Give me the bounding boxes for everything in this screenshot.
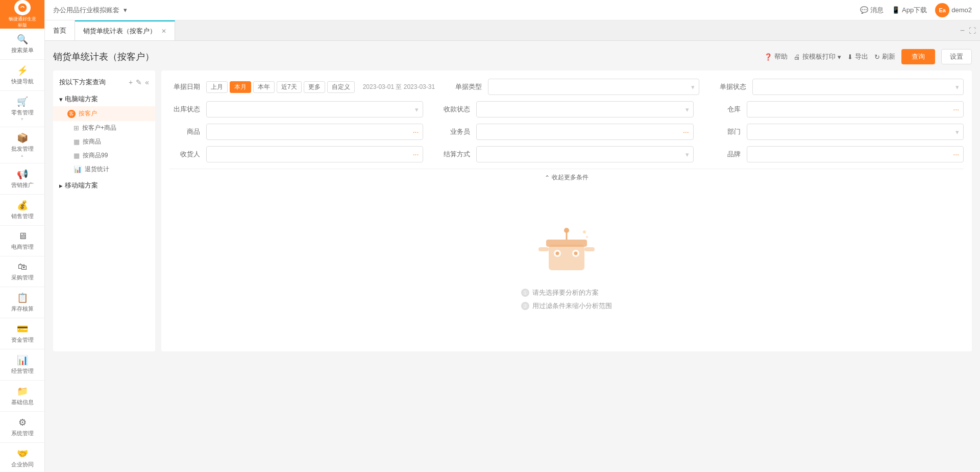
help-icon: ❓: [764, 53, 772, 61]
filter-row-1: 单据日期 上月 本月 本年 近7天 更多 自定义 2023-03-01 至 20…: [169, 79, 964, 95]
empty-tip-1: ① 请先选择要分析的方案: [521, 286, 612, 299]
by-customer-icon: 客: [67, 110, 76, 118]
print-icon: 🖨: [794, 53, 800, 61]
warehouse-input[interactable]: ···: [747, 101, 964, 117]
sidebar-item-basics[interactable]: 📁 基础信息: [0, 381, 44, 412]
department-chevron-icon: ▾: [955, 128, 959, 136]
brand-input[interactable]: ···: [747, 146, 964, 162]
settlement-label: 结算方式: [439, 150, 470, 159]
sidebar-item-quicknav[interactable]: ⚡ 快捷导航: [0, 60, 44, 91]
query-button[interactable]: 查询: [901, 49, 935, 64]
svg-point-0: [18, 4, 27, 12]
date-btn-more[interactable]: 更多: [304, 81, 325, 93]
scheme-by-goods[interactable]: ▦ 按商品: [53, 135, 155, 149]
scheme-by-goods-99[interactable]: ▦ 按商品99: [53, 149, 155, 162]
sidebar-item-enterprise[interactable]: 🤝 企业协同: [0, 443, 44, 472]
search-icon: 🔍: [17, 34, 28, 45]
inventory-icon: 📋: [17, 292, 28, 303]
collapse-bar[interactable]: ⌃ 收起更多条件: [169, 169, 964, 186]
date-btn-this-year[interactable]: 本年: [253, 81, 275, 93]
sidebar-item-retail[interactable]: 🛒 零售管理 ▾: [0, 91, 44, 127]
warehouse-dots-icon: ···: [953, 105, 959, 113]
avatar: Ea: [935, 3, 949, 17]
export-icon: ⬇: [847, 53, 853, 61]
username-label: demo2: [951, 6, 972, 14]
salesperson-dots-icon: ···: [683, 128, 689, 136]
salesperson-input[interactable]: ···: [476, 124, 693, 140]
date-btn-custom[interactable]: 自定义: [327, 81, 355, 93]
settings-button[interactable]: 设置: [941, 49, 972, 64]
add-scheme-icon[interactable]: +: [129, 78, 133, 86]
tab-close-icon[interactable]: ✕: [161, 28, 166, 35]
mobile-section-header[interactable]: ▸ 移动端方案: [53, 178, 155, 193]
collapse-panel-icon[interactable]: «: [145, 78, 149, 86]
edit-scheme-icon[interactable]: ✎: [136, 78, 142, 86]
svg-rect-1: [549, 245, 584, 270]
retail-icon: 🛒: [17, 96, 28, 107]
tab-maximize-icon[interactable]: ⛶: [969, 27, 976, 35]
app-download-label: App下载: [902, 6, 927, 15]
settlement-select[interactable]: ▾: [476, 146, 693, 162]
message-action[interactable]: 💬 消息: [860, 6, 884, 15]
payment-status-label: 收款状态: [439, 105, 470, 114]
tip-1-text: 请先选择要分析的方案: [532, 286, 599, 299]
user-action[interactable]: Ea demo2: [935, 3, 972, 17]
goods-dots-icon: ···: [413, 128, 419, 136]
svg-point-6: [574, 252, 578, 255]
tab-minimize-icon[interactable]: −: [960, 26, 965, 35]
order-date-label: 单据日期: [169, 82, 200, 91]
tab-sales-stats[interactable]: 销货单统计表（按客户） ✕: [75, 20, 175, 40]
brand-dots-icon: ···: [953, 150, 959, 158]
payment-status-select[interactable]: ▾: [476, 101, 693, 117]
sidebar-item-inventory[interactable]: 📋 库存核算: [0, 287, 44, 318]
scheme-by-customer[interactable]: 客 按客户: [53, 106, 155, 121]
help-button[interactable]: ❓ 帮助: [764, 52, 788, 61]
svg-point-8: [564, 228, 569, 233]
sidebar-item-ecommerce[interactable]: 🖥 电商管理: [0, 226, 44, 256]
refresh-label: 刷新: [882, 52, 895, 61]
sidebar-item-finance[interactable]: 💳 资金管理: [0, 318, 44, 349]
tab-controls: − ⛶: [175, 20, 980, 40]
scheme-return-stats[interactable]: 📊 退货统计: [53, 162, 155, 176]
payment-status-chevron-icon: ▾: [685, 106, 689, 113]
goods-input[interactable]: ···: [206, 124, 423, 140]
template-print-button[interactable]: 🖨 按模板打印 ▾: [794, 52, 841, 61]
sidebar-item-system[interactable]: ⚙ 系统管理: [0, 412, 44, 443]
tab-home-label: 首页: [53, 26, 66, 35]
svg-rect-10: [584, 247, 595, 251]
sidebar-item-search[interactable]: 🔍 搜索菜单: [0, 29, 44, 60]
goods-label: 商品: [169, 127, 200, 136]
scheme-by-customer-goods[interactable]: ⊞ 按客户+商品: [53, 121, 155, 135]
order-status-select[interactable]: ▾: [752, 79, 964, 95]
sidebar-item-purchase[interactable]: 🛍 采购管理: [0, 256, 44, 287]
sidebar-item-sales[interactable]: 💰 销售管理: [0, 195, 44, 226]
page-header: 销货单统计表（按客户） ❓ 帮助 🖨 按模板打印 ▾ ⬇ 导出 ↻ 刷新: [53, 49, 972, 64]
sidebar-item-marketing[interactable]: 📢 营销推广: [0, 163, 44, 195]
sidebar-item-wholesale-label: 批发管理: [11, 145, 34, 153]
sidebar-item-operations[interactable]: 📊 经营管理: [0, 349, 44, 381]
date-btn-last-7days[interactable]: 近7天: [277, 81, 302, 93]
sidebar-item-wholesale[interactable]: 📦 批发管理 ▴: [0, 127, 44, 163]
order-type-select[interactable]: ▾: [488, 79, 699, 95]
panel-header-actions: + ✎ «: [129, 78, 149, 86]
main-area: 办公用品行业模拟账套 ▾ 💬 消息 📱 App下载 Ea demo2 首页: [45, 0, 980, 472]
sidebar-item-operations-label: 经营管理: [11, 367, 34, 375]
department-select[interactable]: ▾: [747, 124, 964, 140]
desktop-expand-icon: ▾: [59, 96, 63, 103]
refresh-button[interactable]: ↻ 刷新: [874, 52, 895, 61]
app-download-icon: 📱: [892, 6, 900, 14]
app-download-action[interactable]: 📱 App下载: [892, 6, 927, 15]
warehouse-label: 仓库: [710, 105, 741, 114]
enterprise-icon: 🤝: [17, 448, 28, 459]
recipient-input[interactable]: ···: [206, 146, 423, 162]
tab-home[interactable]: 首页: [45, 20, 75, 40]
date-btn-last-month[interactable]: 上月: [206, 81, 228, 93]
export-button[interactable]: ⬇ 导出: [847, 52, 868, 61]
delivery-status-select[interactable]: ▾: [206, 101, 423, 117]
message-icon: 💬: [860, 6, 868, 14]
mobile-expand-icon: ▸: [59, 182, 63, 190]
desktop-section-header[interactable]: ▾ 电脑端方案: [53, 92, 155, 106]
return-stats-label: 退货统计: [85, 165, 109, 174]
date-range-text: 2023-03-01 至 2023-03-31: [363, 83, 435, 91]
date-btn-this-month[interactable]: 本月: [230, 81, 251, 93]
